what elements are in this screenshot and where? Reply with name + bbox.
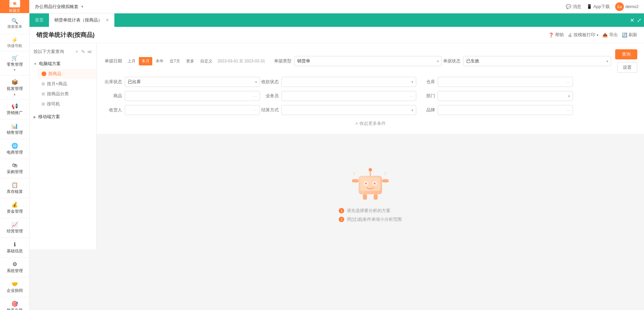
filter-brand: 品牌 ··· xyxy=(416,105,573,115)
quick-nav-btn[interactable]: ⚡ 快捷导航 xyxy=(0,34,29,51)
sidebar-item-inventory[interactable]: 📋 库存核算 xyxy=(0,178,29,198)
svg-point-7 xyxy=(369,168,372,171)
department-select[interactable]: ▾ xyxy=(438,91,573,101)
filter-warehouse: 仓库 ··· xyxy=(416,77,573,87)
brand-input[interactable]: ··· xyxy=(438,105,573,115)
salesperson-input[interactable]: ··· xyxy=(281,91,417,101)
date-tab-7days[interactable]: 近7天 xyxy=(167,57,183,65)
sidebar-item-purchase[interactable]: 🛍 采购管理 xyxy=(0,159,29,178)
svg-text:?: ? xyxy=(384,171,386,177)
goods-more[interactable]: ··· xyxy=(253,93,257,99)
date-tab-current-year[interactable]: 本年 xyxy=(153,57,166,65)
app-download-btn[interactable]: 📱 App下载 xyxy=(587,4,610,10)
help-btn[interactable]: ❓ 帮助 xyxy=(548,32,564,38)
sidebar: 畅 标题页 🔍 搜索菜单 ⚡ 快捷导航 🛒 零售管理 ▼ 📦 批发管理 ▲ 📢 … xyxy=(0,0,30,310)
tab-close-window[interactable]: ✕ xyxy=(630,17,634,23)
scheme-by-goods[interactable]: 按商品 xyxy=(38,69,96,79)
page-content: 销货单统计表(按商品) ❓ 帮助 🖨 按模板打印 ▾ 📤 导出 🔄 刷新 xyxy=(30,27,644,310)
filter-goods: 商品 ··· xyxy=(103,91,260,101)
edit-scheme-btn[interactable]: ✎ xyxy=(81,49,85,54)
sidebar-item-basic[interactable]: ℹ 基础信息 xyxy=(0,238,29,258)
svg-rect-11 xyxy=(382,179,389,183)
query-buttons: 查询 设置 xyxy=(615,49,637,73)
empty-tip-1: 1 请先选择要分析的方案 xyxy=(339,208,401,214)
add-scheme-btn[interactable]: ＋ xyxy=(74,49,79,55)
sidebar-item-system[interactable]: ⚙ 系统管理 xyxy=(0,258,29,277)
panel-section-mobile: ▶ 移动端方案 xyxy=(30,110,96,123)
collapse-panel-btn[interactable]: ≪ xyxy=(87,49,92,54)
date-tab-custom[interactable]: 自定义 xyxy=(198,57,215,65)
tab-bar: 首页 销货单统计表（按商品） ✕ ✕ ⤢ xyxy=(30,13,644,27)
tab-home[interactable]: 首页 xyxy=(30,13,49,27)
date-tabs: 上月 本月 本年 近7天 更多 自定义 xyxy=(125,57,215,65)
sidebar-item-operation[interactable]: 📈 经营管理 xyxy=(0,218,29,238)
empty-illustration: ? ? xyxy=(350,161,390,201)
settings-btn[interactable]: 设置 xyxy=(617,62,637,73)
sidebar-item-sales[interactable]: 📊 销售管理 xyxy=(0,119,29,139)
filter-payment: 结算方式 ▾ xyxy=(260,105,417,115)
panel-section-pc-header[interactable]: ▼ 电脑端方案 xyxy=(30,59,96,69)
sidebar-item-ecommerce[interactable]: 🌐 电商管理 xyxy=(0,139,29,159)
filter-recv-status: 收款状态 ▾ xyxy=(260,77,417,87)
logo-label: 标题页 xyxy=(9,8,20,13)
print-btn[interactable]: 🖨 按模板打印 ▾ xyxy=(568,32,598,38)
filter-doc-status: 单据状态 已生效 ▾ xyxy=(442,56,611,66)
date-tab-current-month[interactable]: 本月 xyxy=(139,57,152,65)
sidebar-item-wholesale[interactable]: 📦 批发管理 ▲ xyxy=(0,75,29,100)
doc-type-arrow: ▾ xyxy=(437,59,439,63)
recv-status-select[interactable]: ▾ xyxy=(281,77,417,87)
user-profile[interactable]: Ea demo2 xyxy=(615,2,639,11)
top-header: 办公用品行业模拟账套 ▾ 💬 消息 📱 App下载 Ea demo2 xyxy=(30,0,644,13)
tab-stats[interactable]: 销货单统计表（按商品） ✕ xyxy=(49,13,114,27)
filter-section: 单据日期 上月 本月 本年 近7天 更多 自定义 2023-03-01 至 20… xyxy=(97,43,644,134)
tab-maximize-window[interactable]: ⤢ xyxy=(637,17,641,23)
warehouse-input[interactable]: ··· xyxy=(438,77,573,87)
brand-more[interactable]: ··· xyxy=(566,107,570,113)
receiver-more[interactable]: ··· xyxy=(253,107,257,113)
out-status-select[interactable]: 已出库 ▾ xyxy=(125,77,260,87)
svg-point-4 xyxy=(365,183,367,185)
goods-input[interactable]: ··· xyxy=(125,91,260,101)
sidebar-item-retail[interactable]: 🛒 零售管理 ▼ xyxy=(0,51,29,75)
filter-department: 部门 ▾ xyxy=(416,91,573,101)
left-panel-actions: ＋ ✎ ≪ xyxy=(74,49,92,55)
sidebar-item-newbie[interactable]: 🎯 新手引导 xyxy=(0,297,29,310)
filter-row-3: 商品 ··· 业务员 ··· xyxy=(103,89,637,103)
scheme-by-month-goods[interactable]: ⊞ 按月+商品 xyxy=(38,79,96,89)
payment-select[interactable]: ▾ xyxy=(281,105,417,115)
sidebar-item-enterprise[interactable]: 🤝 企业协同 xyxy=(0,277,29,297)
refresh-btn[interactable]: 🔄 刷新 xyxy=(622,32,637,38)
message-btn[interactable]: 💬 消息 xyxy=(566,4,581,10)
user-avatar: Ea xyxy=(615,2,624,11)
filter-receiver: 收货人 ··· xyxy=(103,105,260,115)
receiver-input[interactable]: ··· xyxy=(125,105,260,115)
search-menu-btn[interactable]: 🔍 搜索菜单 xyxy=(5,16,24,31)
salesperson-more[interactable]: ··· xyxy=(410,93,414,99)
svg-text:?: ? xyxy=(353,171,356,177)
panel-section-pc: ▼ 电脑端方案 按商品 ⊞ 按月+商品 ⊞ xyxy=(30,57,96,110)
export-btn[interactable]: 📤 导出 xyxy=(602,32,618,38)
panel-section-mobile-header[interactable]: ▶ 移动端方案 xyxy=(30,112,96,122)
filter-row-1: 单据日期 上月 本月 本年 近7天 更多 自定义 2023-03-01 至 20… xyxy=(103,47,637,75)
tab-close-btn[interactable]: ✕ xyxy=(106,18,109,22)
svg-rect-10 xyxy=(352,179,359,183)
date-range-display: 2023-03-01 至 2023-03-31 xyxy=(218,58,265,64)
app-logo[interactable]: 畅 标题页 xyxy=(0,0,30,13)
doc-status-arrow: ▾ xyxy=(606,59,608,63)
sidebar-item-finance[interactable]: 💰 资金管理 xyxy=(0,198,29,218)
dropdown-arrow[interactable]: ▾ xyxy=(81,4,84,9)
doc-status-select[interactable]: 已生效 ▾ xyxy=(463,56,611,66)
filter-row-2: 出库状态 已出库 ▾ 收款状态 ▾ xyxy=(103,75,637,89)
warehouse-more[interactable]: ··· xyxy=(566,79,570,85)
scheme-by-driver[interactable]: ⊞ 按司机 xyxy=(38,99,96,109)
date-tab-more[interactable]: 更多 xyxy=(183,57,197,65)
doc-type-select[interactable]: 销货单 ▾ xyxy=(294,56,442,66)
scheme-by-category[interactable]: ⊞ 按商品分类 xyxy=(38,89,96,99)
empty-tip-2: 2 用[过滤]条件来缩小分析范围 xyxy=(339,216,401,222)
query-btn[interactable]: 查询 xyxy=(615,49,637,59)
sidebar-item-marketing[interactable]: 📢 营销推广 xyxy=(0,100,29,119)
content-wrapper: 按以下方案查询 ＋ ✎ ≪ ▼ 电脑端方案 xyxy=(30,43,644,249)
collapse-filters-btn[interactable]: ∧ 收起更多条件 xyxy=(103,117,637,130)
filter-salesperson: 业务员 ··· xyxy=(260,91,417,101)
date-tab-last-month[interactable]: 上月 xyxy=(125,57,138,65)
